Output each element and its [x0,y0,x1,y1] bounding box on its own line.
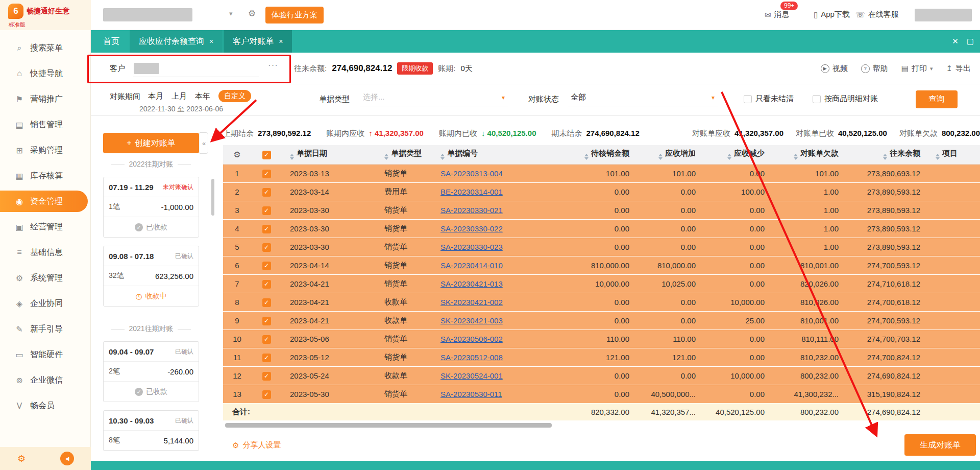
doc-number-link[interactable]: SK-20230524-001 [440,371,503,380]
period-option-2[interactable]: 本年 [195,91,210,101]
close-all-icon[interactable]: ✕ [952,37,959,46]
period-option-1[interactable]: 上月 [172,91,187,101]
status-select[interactable]: 全部 ▾ [568,89,718,106]
col-header-project[interactable]: 项目 [927,145,980,164]
row-checkbox[interactable]: ✓ [262,170,271,178]
row-checkbox[interactable]: ✓ [262,390,271,399]
more-icon[interactable]: ··· [268,60,278,70]
row-checkbox[interactable]: ✓ [262,243,271,252]
app-download-button[interactable]: ▯ App下载 [814,10,850,19]
settings-gear-icon[interactable]: ⚙ [17,453,26,464]
col-header-date[interactable]: 单据日期 [282,145,376,164]
row-checkbox[interactable]: ✓ [262,354,271,362]
col-header-balance[interactable]: 往来余额 [846,145,927,164]
doc-number-link[interactable]: SA-20230414-010 [440,261,503,270]
doc-number-link[interactable]: SA-20230512-008 [440,353,503,362]
doc-number-link[interactable]: BE-20230314-001 [440,187,503,196]
doc-number-link[interactable]: SA-20230330-023 [440,243,503,251]
row-checkbox[interactable]: ✓ [262,280,271,289]
doc-number-link[interactable]: SA-20230421-013 [440,279,503,288]
tab-customer-statement[interactable]: 客户对账单× [224,30,292,53]
col-header-doc[interactable]: 单据编号 [432,145,560,164]
row-checkbox[interactable]: ✓ [262,225,271,233]
sort-icon[interactable] [384,154,388,160]
tab-close-icon[interactable]: × [209,37,213,45]
sort-icon[interactable] [883,154,887,160]
checkbox-icon[interactable] [744,95,752,103]
left-panel-scrollbar[interactable] [211,179,214,216]
row-checkbox[interactable]: ✓ [262,262,271,270]
checkbox-icon[interactable] [813,95,821,103]
sort-icon[interactable] [290,154,294,160]
statement-period-card[interactable]: 09.04 - 09.07已确认2笔-260.00✓已收款 [103,341,199,402]
sidebar-item-collab[interactable]: ◈企业协同 [0,293,90,314]
doc-number-link[interactable]: SA-20230530-011 [440,390,502,398]
sort-icon[interactable] [727,154,731,160]
sidebar-item-guide[interactable]: ✎新手引导 [0,318,90,340]
tab-close-icon[interactable]: × [279,37,283,45]
doc-number-link[interactable]: SA-20230330-021 [440,206,503,215]
doc-number-link[interactable]: SK-20230421-003 [440,316,503,325]
sidebar-item-sales[interactable]: ▤销售管理 [0,114,90,135]
search-button[interactable]: 查询 [916,90,958,108]
table-settings-icon[interactable]: ⚙ [233,150,240,159]
customer-value-redacted[interactable] [134,63,159,74]
sidebar-collapse-button[interactable]: ◀ [60,452,74,465]
sidebar-item-base-info[interactable]: ≡基础信息 [0,242,90,263]
sidebar-item-operations[interactable]: ▣经营管理 [0,216,90,238]
share-settings-button[interactable]: ⚙ 分享人设置 [232,440,281,450]
tab-home[interactable]: 首页 [94,30,129,53]
tab-balance-query[interactable]: 应收应付余额查询× [130,30,223,53]
period-option-0[interactable]: 本月 [148,91,163,101]
date-range[interactable]: 2022-11-30 至 2023-06-06 [139,105,223,114]
sort-icon[interactable] [936,154,940,160]
sidebar-item-marketing[interactable]: ⚑营销推广 [0,88,90,110]
export-button[interactable]: ↥导出 [946,64,971,74]
print-button[interactable]: ▤打印▾ [901,64,933,74]
sidebar-item-funds[interactable]: ◉资金管理 [0,191,88,212]
col-header-inc[interactable]: 应收增加 [636,145,703,164]
unsettled-only-checkbox[interactable]: 只看未结清 [744,94,794,104]
statement-period-card[interactable]: 07.19 - 11.29未对账确认1笔-1,000.00✓已收款 [103,177,199,238]
messages-button[interactable]: ✉ 消息 [765,10,790,19]
fullscreen-icon[interactable]: ▢ [967,37,974,46]
col-header-dec[interactable]: 应收减少 [703,145,772,164]
period-option-custom[interactable]: 自定义 [218,90,251,102]
doc-number-link[interactable]: SA-20230313-004 [440,169,503,178]
statement-period-card[interactable]: 10.30 - 09.03已确认8笔5,144.00 [103,410,199,451]
sidebar-item-search[interactable]: ⌕搜索菜单 [0,37,90,59]
help-button[interactable]: ?帮助 [861,64,888,74]
sidebar-item-system[interactable]: ⚙系统管理 [0,267,90,289]
sort-icon[interactable] [794,154,798,160]
row-checkbox[interactable]: ✓ [262,188,271,197]
create-statement-button[interactable]: + 创建对账单 [103,133,199,153]
generate-statement-button[interactable]: 生成对账单 [904,434,976,456]
row-checkbox[interactable]: ✓ [262,372,271,381]
sort-icon[interactable] [584,154,589,160]
sidebar-item-quick-nav[interactable]: ⌂快捷导航 [0,63,90,84]
row-checkbox[interactable]: ✓ [262,206,271,215]
col-header-type[interactable]: 单据类型 [376,145,432,164]
doc-number-link[interactable]: SA-20230330-022 [440,224,503,233]
gear-icon[interactable]: ⚙ [248,8,256,19]
chevron-down-icon[interactable]: ▾ [229,10,233,17]
doc-number-link[interactable]: SK-20230421-002 [440,298,503,307]
sort-icon[interactable] [440,154,445,160]
online-service-button[interactable]: ☏ 在线客服 [855,10,899,19]
sidebar-item-hardware[interactable]: ▭智能硬件 [0,344,90,365]
sidebar-item-member[interactable]: Ⅴ畅会员 [0,395,90,416]
video-button[interactable]: ▶视频 [821,64,848,74]
panel-collapse-handle[interactable]: « [200,132,208,154]
select-all-checkbox[interactable]: ✓ [262,151,271,159]
row-checkbox[interactable]: ✓ [262,335,271,344]
sidebar-item-inventory[interactable]: ▦库存核算 [0,165,90,186]
horizontal-scrollbar[interactable] [225,423,552,428]
statement-period-card[interactable]: 09.08 - 07.18已确认32笔623,256.00◷收款中 [103,246,199,307]
by-item-detail-checkbox[interactable]: 按商品明细对账 [813,94,878,104]
doc-number-link[interactable]: SA-20230506-002 [440,335,503,343]
doc-type-select[interactable]: 选择... ▾ [360,89,508,106]
sort-icon[interactable] [658,154,663,160]
sidebar-item-purchase[interactable]: ⊞采购管理 [0,139,90,161]
row-checkbox[interactable]: ✓ [262,298,271,307]
sidebar-item-wecom[interactable]: ⊚企业微信 [0,369,90,391]
